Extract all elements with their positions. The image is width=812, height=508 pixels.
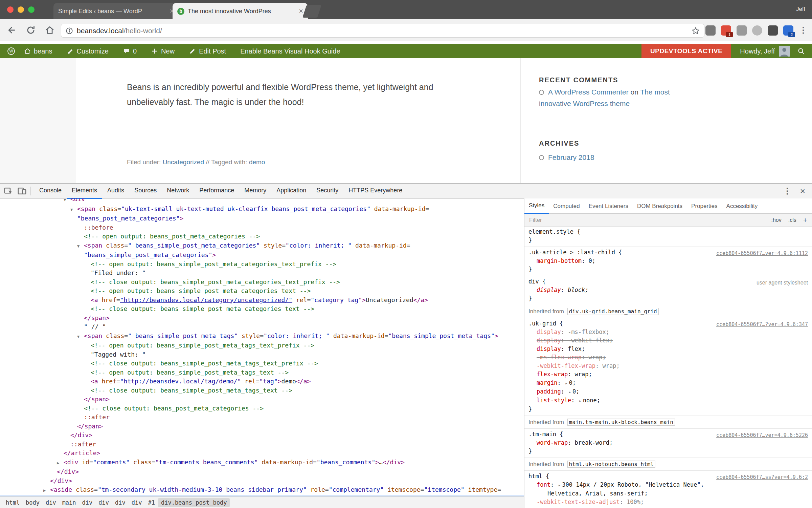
dom-tree-line[interactable]: <!-- open output: beans_simple_post_meta…	[0, 287, 524, 296]
dom-tree-line[interactable]: </span>	[0, 395, 524, 404]
dom-tree-line[interactable]: ▶<div id="comments" class="tm-comments b…	[0, 458, 524, 468]
css-selector[interactable]: div {	[528, 278, 546, 285]
dom-tree-line[interactable]: ::after	[0, 413, 524, 422]
devtools-tab-console[interactable]: Console	[34, 183, 67, 198]
expand-arrow-icon[interactable]: ▼	[70, 205, 77, 214]
styles-sidebar-tab-accessibility[interactable]: Accessibility	[722, 199, 762, 213]
devtools-tab-audits[interactable]: Audits	[102, 183, 129, 198]
url-text[interactable]: beansdev.local/hello-world/	[77, 27, 691, 35]
archive-link[interactable]: February 2018	[548, 153, 594, 161]
stylesheet-source-link[interactable]: cceb804-65506f7…ver=4.9.6:5226	[716, 431, 808, 440]
dom-tree-line[interactable]: <a href="http://beansdev.local/tag/demo/…	[0, 377, 524, 386]
comment-author-link[interactable]: A WordPress Commenter	[548, 88, 629, 96]
bookmark-star-icon[interactable]	[691, 26, 700, 35]
dom-tree-line[interactable]: ::before	[0, 223, 524, 232]
admin-bar-customize[interactable]: Customize	[67, 47, 109, 55]
css-selector[interactable]: element.style {	[528, 228, 581, 235]
extension-icon-6[interactable]: 2	[783, 25, 793, 36]
dom-tree-line[interactable]: <!-- close output: beans_simple_post_met…	[0, 359, 524, 368]
stylesheet-source-link[interactable]: cceb804-65506f7…ver=4.9.6:1112	[716, 249, 808, 258]
stylesheet-source-link[interactable]: user agent stylesheet	[757, 278, 808, 287]
dom-tree-line[interactable]: </article>	[0, 449, 524, 458]
breadcrumb-item[interactable]: body	[23, 498, 43, 507]
admin-bar-comments[interactable]: 0	[123, 47, 137, 55]
expand-triangle-icon[interactable]: ▸	[579, 398, 582, 403]
expand-triangle-icon[interactable]: ▸	[565, 381, 568, 386]
dom-tree-line[interactable]: <!-- open output: beans_post_meta_catego…	[0, 232, 524, 241]
admin-bar-site-name[interactable]: beans	[24, 47, 52, 55]
category-link[interactable]: Uncategorized	[163, 158, 204, 166]
breadcrumb-item[interactable]: div	[79, 498, 96, 507]
dom-tree-line[interactable]: ▼<span class=" beans_simple_post_meta_ca…	[0, 241, 524, 251]
css-property[interactable]: font: ▸300 14px / 20px Roboto, "Helvetic…	[528, 481, 808, 498]
home-icon[interactable]	[45, 25, 55, 35]
dom-tree-line[interactable]: "Tagged with: "	[0, 350, 524, 359]
tab-close-icon[interactable]: ×	[299, 7, 303, 15]
extension-icon-3[interactable]	[737, 25, 747, 36]
avatar[interactable]	[779, 46, 790, 57]
css-selector[interactable]: .uk-article > :last-child {	[528, 249, 622, 256]
devtools-close-icon[interactable]: ×	[800, 186, 805, 196]
dom-tree-line[interactable]: <!-- close output: beans_simple_post_met…	[0, 386, 524, 395]
devtools-tab-security[interactable]: Security	[311, 183, 343, 198]
inspect-element-icon[interactable]	[3, 186, 14, 196]
dom-tree-line[interactable]: ▼<span class="uk-text-small uk-text-mute…	[0, 205, 524, 214]
devtools-menu-kebab-icon[interactable]: ⋮	[783, 186, 791, 196]
tag-link[interactable]: demo	[249, 158, 265, 166]
extension-icon-2[interactable]: 1	[721, 25, 731, 36]
breadcrumb-item[interactable]: html	[3, 498, 23, 507]
reload-icon[interactable]	[26, 25, 36, 35]
css-property[interactable]: -ms-flex-wrap: wrap;	[528, 353, 808, 362]
new-style-rule-button[interactable]: +	[803, 216, 807, 224]
search-icon[interactable]	[797, 47, 805, 55]
dom-tree-line[interactable]: </div>	[0, 467, 524, 477]
chrome-profile-name[interactable]: Jeff	[796, 6, 805, 13]
css-property[interactable]: display: block;	[528, 286, 808, 294]
css-property[interactable]: -webkit-flex-wrap: wrap;	[528, 362, 808, 370]
dom-tree-line[interactable]: ▼<div	[0, 198, 524, 205]
expand-arrow-icon[interactable]: ▼	[77, 332, 84, 341]
dom-tree-line[interactable]: <!-- close output: beans_simple_post_met…	[0, 278, 524, 287]
css-property[interactable]: margin-bottom: 0;	[528, 257, 808, 265]
dom-tree-line[interactable]: </span>	[0, 314, 524, 323]
admin-bar-edit-post[interactable]: Edit Post	[189, 47, 226, 55]
dom-tree-line[interactable]: <a href="http://beansdev.local/category/…	[0, 296, 524, 305]
inherited-node-link[interactable]: main.tm-main.uk-block.beans_main	[567, 419, 675, 426]
devtools-tab-performance[interactable]: Performance	[194, 183, 239, 198]
back-icon[interactable]	[7, 25, 17, 35]
device-toolbar-icon[interactable]	[17, 186, 27, 196]
window-close-button[interactable]	[7, 6, 14, 13]
dom-tree-line[interactable]: <!-- close output: beans_post_meta_categ…	[0, 404, 524, 413]
browser-tab-inactive[interactable]: Simple Edits ‹ beans — WordP ×	[53, 3, 179, 19]
css-property[interactable]: flex-wrap: wrap;	[528, 370, 808, 379]
window-zoom-button[interactable]	[28, 6, 35, 13]
css-property[interactable]: list-style: ▸none;	[528, 396, 808, 405]
admin-bar-new[interactable]: New	[151, 47, 175, 55]
browser-tab-active[interactable]: b The most innovative WordPres ×	[173, 3, 308, 19]
window-minimize-button[interactable]	[18, 6, 24, 13]
dom-tree-line[interactable]: <!-- open output: beans_simple_post_meta…	[0, 260, 524, 269]
css-selector[interactable]: .tm-main {	[528, 431, 563, 438]
inherited-node-link[interactable]: div.uk-grid.beans_main_grid	[567, 308, 659, 315]
dom-tree-line[interactable]: <!-- close output: beans_simple_post_met…	[0, 304, 524, 314]
styles-sidebar-tab-computed[interactable]: Computed	[549, 199, 584, 213]
breadcrumb-item[interactable]: div	[129, 498, 145, 507]
updevtools-badge[interactable]: UPDEVTOOLS ACTIVE	[641, 44, 731, 58]
breadcrumb-item[interactable]: div	[95, 498, 112, 507]
wordpress-logo-icon[interactable]: W	[7, 47, 16, 56]
browser-menu-kebab-icon[interactable]: ⋮	[799, 25, 807, 35]
toggle-class-button[interactable]: .cls	[788, 217, 796, 223]
styles-filter-input[interactable]: Filter	[529, 217, 764, 224]
inherited-node-link[interactable]: html.uk-notouch.beans_html	[567, 461, 655, 468]
devtools-tab-elements[interactable]: Elements	[67, 183, 102, 199]
dom-tree-line[interactable]: ::after	[0, 440, 524, 449]
breadcrumb-item[interactable]: div.beans_post_body	[158, 498, 230, 507]
css-selector[interactable]: .uk-grid {	[528, 320, 563, 327]
breadcrumb-item[interactable]: div	[43, 498, 59, 507]
dom-tree-line[interactable]: ▼<span class=" beans_simple_post_meta_ta…	[0, 332, 524, 341]
breadcrumb-item[interactable]: div	[112, 498, 129, 507]
css-property[interactable]: padding: ▸0;	[528, 387, 808, 396]
expand-triangle-icon[interactable]: ▸	[558, 483, 561, 488]
css-selector[interactable]: html {	[528, 473, 549, 480]
devtools-tab-network[interactable]: Network	[162, 183, 194, 198]
